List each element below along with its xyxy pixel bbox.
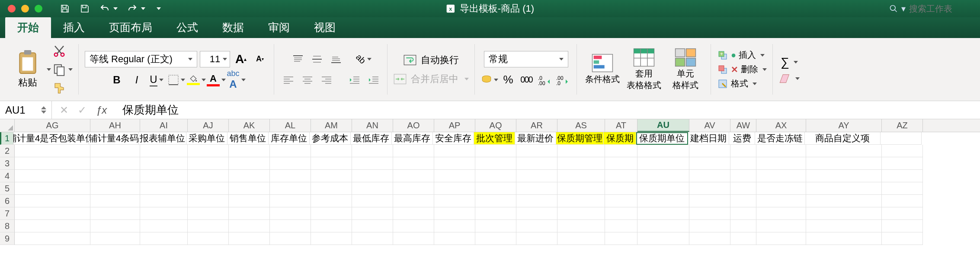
- cell[interactable]: [637, 195, 689, 207]
- cell[interactable]: [475, 232, 516, 245]
- column-header[interactable]: AM: [311, 119, 352, 132]
- cell[interactable]: [605, 195, 637, 207]
- cell[interactable]: 最低库存: [351, 132, 392, 145]
- comma-button[interactable]: 000: [518, 72, 535, 88]
- cell[interactable]: [140, 232, 188, 245]
- cell[interactable]: [689, 195, 730, 207]
- qat-customize-icon[interactable]: [157, 7, 161, 10]
- decrease-decimal-button[interactable]: .00.0: [554, 72, 571, 88]
- cell[interactable]: [393, 232, 434, 245]
- align-top-button[interactable]: [290, 51, 306, 67]
- increase-decimal-button[interactable]: .0.00: [536, 72, 553, 88]
- cell[interactable]: [730, 157, 756, 170]
- cell[interactable]: [882, 207, 923, 220]
- column-header[interactable]: AO: [393, 119, 434, 132]
- cell[interactable]: [229, 195, 270, 207]
- column-header[interactable]: AT: [605, 119, 637, 132]
- cell[interactable]: [311, 170, 352, 182]
- orientation-button[interactable]: ab: [355, 51, 372, 67]
- cell[interactable]: 辅计量4条码: [89, 132, 139, 145]
- cell[interactable]: [689, 170, 730, 182]
- cell[interactable]: [756, 232, 806, 245]
- redo-button[interactable]: [127, 3, 145, 14]
- cell[interactable]: [730, 207, 756, 220]
- cell[interactable]: [434, 182, 475, 195]
- cell[interactable]: [806, 195, 882, 207]
- autosum-button[interactable]: ∑: [781, 55, 798, 69]
- cell[interactable]: [637, 207, 689, 220]
- cell[interactable]: [188, 195, 229, 207]
- cell[interactable]: [806, 182, 882, 195]
- cell-styles-button[interactable]: 单元 格样式: [666, 48, 705, 91]
- cell[interactable]: [311, 207, 352, 220]
- delete-cells-button[interactable]: ✕删除: [717, 64, 767, 75]
- column-header[interactable]: AG: [15, 119, 90, 132]
- cell[interactable]: [270, 207, 311, 220]
- save-icon[interactable]: [60, 3, 70, 14]
- cell[interactable]: 批次管理: [474, 132, 515, 145]
- column-header[interactable]: AZ: [882, 119, 923, 132]
- cell[interactable]: [434, 170, 475, 182]
- cell[interactable]: [475, 182, 516, 195]
- align-center-button[interactable]: [299, 72, 316, 88]
- cell[interactable]: [557, 232, 605, 245]
- cell[interactable]: [730, 232, 756, 245]
- cell[interactable]: [637, 182, 689, 195]
- copy-dropdown-icon[interactable]: [68, 68, 73, 71]
- cell[interactable]: 商品自定义项: [805, 132, 881, 145]
- cell[interactable]: [806, 145, 882, 157]
- cell[interactable]: [229, 157, 270, 170]
- cell[interactable]: [689, 220, 730, 232]
- bold-button[interactable]: B: [107, 72, 126, 88]
- cell[interactable]: [15, 145, 90, 157]
- row-header[interactable]: 4: [0, 170, 15, 182]
- cell[interactable]: [689, 207, 730, 220]
- cell[interactable]: [90, 207, 140, 220]
- cell[interactable]: [475, 157, 516, 170]
- cell[interactable]: [393, 170, 434, 182]
- cell[interactable]: [806, 207, 882, 220]
- cell[interactable]: [15, 207, 90, 220]
- cell[interactable]: [882, 170, 923, 182]
- cell[interactable]: [90, 195, 140, 207]
- cell[interactable]: [637, 232, 689, 245]
- cell[interactable]: [882, 220, 923, 232]
- cell[interactable]: [516, 232, 557, 245]
- cell[interactable]: [393, 195, 434, 207]
- cell[interactable]: [557, 157, 605, 170]
- cell[interactable]: [516, 220, 557, 232]
- cell[interactable]: [15, 157, 90, 170]
- paste-button[interactable]: 粘贴: [10, 45, 45, 94]
- zoom-window-button[interactable]: [35, 5, 42, 13]
- cell[interactable]: [352, 182, 393, 195]
- tab-view[interactable]: 视图: [302, 17, 348, 38]
- increase-font-button[interactable]: A▴: [233, 51, 249, 67]
- cell[interactable]: [393, 182, 434, 195]
- name-box[interactable]: AU1: [0, 101, 52, 119]
- column-header[interactable]: AL: [270, 119, 311, 132]
- cell[interactable]: [229, 182, 270, 195]
- cell[interactable]: [637, 220, 689, 232]
- align-middle-button[interactable]: [309, 51, 325, 67]
- cell[interactable]: [15, 182, 90, 195]
- align-right-button[interactable]: [318, 72, 335, 88]
- clear-button[interactable]: [779, 73, 800, 84]
- cell[interactable]: [393, 145, 434, 157]
- cell[interactable]: [188, 207, 229, 220]
- cell[interactable]: [15, 195, 90, 207]
- cell[interactable]: [90, 232, 140, 245]
- cell[interactable]: [140, 220, 188, 232]
- cell[interactable]: [229, 207, 270, 220]
- cell[interactable]: [475, 195, 516, 207]
- paste-dropdown-icon[interactable]: [47, 68, 51, 71]
- cell[interactable]: [188, 182, 229, 195]
- cell[interactable]: [434, 195, 475, 207]
- search-input[interactable]: [909, 4, 974, 14]
- row-header[interactable]: 9: [0, 232, 15, 245]
- cell[interactable]: [516, 157, 557, 170]
- column-header[interactable]: AH: [90, 119, 140, 132]
- font-size-select[interactable]: 11: [200, 51, 230, 67]
- cell[interactable]: [270, 195, 311, 207]
- column-header[interactable]: AR: [516, 119, 557, 132]
- column-header[interactable]: AP: [434, 119, 475, 132]
